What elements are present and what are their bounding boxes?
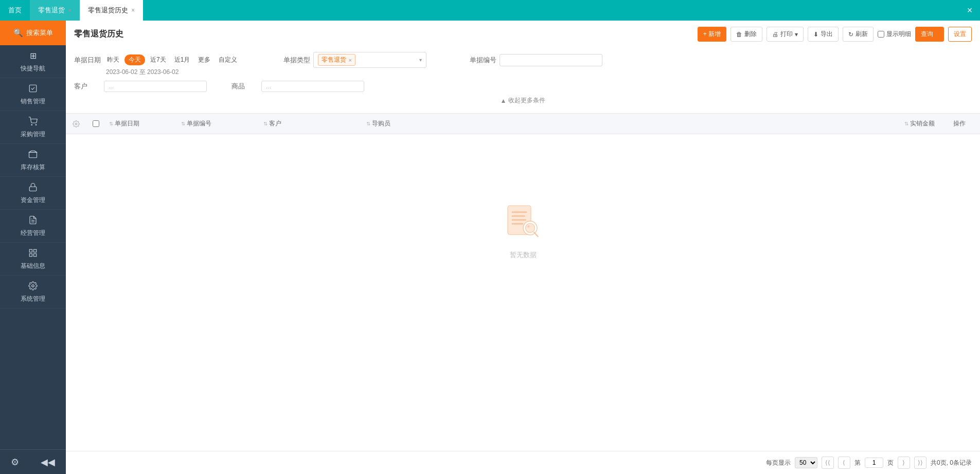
query-button[interactable]: 查询 bbox=[915, 27, 944, 42]
export-icon: ⬇ bbox=[813, 31, 818, 38]
inventory-icon bbox=[27, 149, 39, 160]
collapse-up-icon: ▲ bbox=[501, 97, 507, 104]
per-page-select[interactable]: 50 bbox=[795, 457, 817, 468]
collapse-more-button[interactable]: ▲ 收起更多条件 bbox=[74, 94, 972, 108]
doc-no-input[interactable] bbox=[500, 54, 602, 66]
select-all-checkbox[interactable] bbox=[93, 120, 99, 127]
quick-nav-icon: ⊞ bbox=[27, 50, 39, 61]
sidebar-search[interactable]: 🔍 搜索菜单 bbox=[0, 21, 66, 45]
sidebar-item-finance[interactable]: 资金管理 bbox=[0, 177, 66, 210]
sidebar-item-inventory-label: 库存核算 bbox=[21, 163, 45, 172]
goods-select[interactable]: ... bbox=[261, 81, 364, 92]
table-header: ⇅ 单据日期 ⇅ 单据编号 ⇅ 客户 ⇅ 导购员 ⇅ 实销金额 bbox=[66, 114, 980, 134]
date-btn-today[interactable]: 今天 bbox=[124, 54, 145, 65]
main-layout: 🔍 搜索菜单 ⊞ 快捷导航 销售管理 采购管理 bbox=[0, 21, 980, 474]
doc-type-tag-text: 零售退货 bbox=[322, 56, 346, 64]
svg-rect-17 bbox=[511, 223, 523, 225]
sidebar-item-operations[interactable]: 经营管理 bbox=[0, 210, 66, 243]
first-page-button[interactable]: ⟨⟨ bbox=[822, 457, 834, 469]
show-detail-checkbox[interactable]: 显示明细 bbox=[878, 30, 911, 39]
date-btn-7days[interactable]: 近7天 bbox=[147, 54, 169, 65]
window-close-button[interactable]: × bbox=[959, 0, 980, 21]
date-btn-custom[interactable]: 自定义 bbox=[216, 54, 240, 65]
tab-home[interactable]: 首页 bbox=[0, 0, 30, 21]
goods-filter: 商品 ... bbox=[231, 81, 364, 92]
th-checkbox[interactable] bbox=[86, 120, 105, 127]
settings-button[interactable]: 设置 bbox=[948, 27, 972, 42]
date-filter: 单据日期 昨天 今天 近7天 近1月 更多 自定义 bbox=[74, 54, 240, 65]
sort-icon-guide: ⇅ bbox=[366, 121, 370, 126]
refresh-button[interactable]: ↻ 刷新 bbox=[843, 27, 874, 42]
sidebar: 🔍 搜索菜单 ⊞ 快捷导航 销售管理 采购管理 bbox=[0, 21, 66, 474]
sort-icon-customer: ⇅ bbox=[263, 121, 268, 126]
toolbar: + 新增 🗑 删除 🖨 打印 ▾ ⬇ 导出 ↻ bbox=[698, 27, 972, 42]
svg-point-12 bbox=[75, 123, 77, 125]
content-area: 零售退货历史 + 新增 🗑 删除 🖨 打印 ▾ ⬇ 导出 bbox=[66, 21, 980, 474]
sidebar-search-label: 搜索菜单 bbox=[26, 28, 53, 38]
th-amount[interactable]: ⇅ 实销金额 bbox=[439, 119, 939, 128]
tab-retail-return-close[interactable]: × bbox=[68, 7, 72, 14]
page-input[interactable] bbox=[865, 458, 883, 468]
doc-type-tag-close[interactable]: × bbox=[348, 57, 351, 63]
tab-home-label: 首页 bbox=[8, 6, 22, 15]
date-range-text: 2023-06-02 至 2023-06-02 bbox=[106, 68, 179, 76]
export-button[interactable]: ⬇ 导出 bbox=[808, 27, 839, 42]
th-date[interactable]: ⇅ 单据日期 bbox=[105, 119, 177, 128]
th-order-no[interactable]: ⇅ 单据编号 bbox=[177, 119, 259, 128]
sort-icon-amount: ⇅ bbox=[904, 121, 908, 126]
tab-retail-return-history[interactable]: 零售退货历史 × bbox=[80, 0, 143, 21]
date-btn-yesterday[interactable]: 昨天 bbox=[104, 54, 122, 65]
next-page-button[interactable]: ⟩ bbox=[898, 457, 910, 469]
settings-bottom-icon[interactable]: ⚙ bbox=[11, 457, 19, 468]
svg-rect-0 bbox=[29, 85, 37, 92]
page-title: 零售退货历史 bbox=[74, 29, 123, 40]
customer-select[interactable]: ... bbox=[104, 81, 207, 92]
svg-point-19 bbox=[525, 224, 534, 233]
tab-retail-return-label: 零售退货 bbox=[38, 6, 65, 15]
page-suffix: 页 bbox=[887, 459, 894, 467]
tab-retail-return-history-close[interactable]: × bbox=[131, 7, 135, 14]
show-detail-input[interactable] bbox=[878, 31, 884, 38]
sort-icon-order-no: ⇅ bbox=[181, 121, 185, 126]
page-title-bar: 零售退货历史 + 新增 🗑 删除 🖨 打印 ▾ ⬇ 导出 bbox=[74, 27, 972, 42]
doc-no-label: 单据编号 bbox=[470, 56, 496, 65]
total-text: 共0页, 0条记录 bbox=[931, 459, 972, 467]
sort-icon-date: ⇅ bbox=[109, 121, 113, 126]
svg-rect-9 bbox=[34, 254, 37, 257]
print-button[interactable]: 🖨 打印 ▾ bbox=[767, 27, 804, 42]
table-container: ⇅ 单据日期 ⇅ 单据编号 ⇅ 客户 ⇅ 导购员 ⇅ 实销金额 bbox=[66, 114, 980, 474]
volume-icon[interactable]: ◀◀ bbox=[41, 457, 55, 468]
doc-type-select[interactable]: 零售退货 × ▾ bbox=[313, 52, 426, 68]
svg-rect-14 bbox=[511, 211, 527, 213]
sidebar-bottom: ⚙ ◀◀ bbox=[0, 449, 66, 474]
sidebar-item-inventory[interactable]: 库存核算 bbox=[0, 144, 66, 177]
th-action: 操作 bbox=[939, 119, 980, 128]
sidebar-item-purchase[interactable]: 采购管理 bbox=[0, 111, 66, 144]
date-btn-1month[interactable]: 近1月 bbox=[171, 54, 193, 65]
print-arrow-icon: ▾ bbox=[795, 31, 798, 38]
date-btn-more[interactable]: 更多 bbox=[195, 54, 213, 65]
tab-list: 首页 零售退货 × 零售退货历史 × bbox=[0, 0, 959, 21]
svg-line-21 bbox=[534, 232, 538, 236]
filter-area: 单据日期 昨天 今天 近7天 近1月 更多 自定义 单据类型 bbox=[74, 48, 972, 113]
sidebar-item-quick-nav-label: 快捷导航 bbox=[21, 64, 45, 73]
svg-rect-7 bbox=[29, 249, 32, 252]
print-icon: 🖨 bbox=[772, 31, 778, 38]
tab-retail-return[interactable]: 零售退货 × bbox=[30, 0, 80, 21]
goods-placeholder: ... bbox=[266, 83, 271, 90]
sidebar-item-finance-label: 资金管理 bbox=[21, 196, 45, 205]
th-customer[interactable]: ⇅ 客户 bbox=[259, 119, 362, 128]
th-guide[interactable]: ⇅ 导购员 bbox=[362, 119, 439, 128]
sidebar-item-basic-info[interactable]: 基础信息 bbox=[0, 243, 66, 276]
add-button[interactable]: + 新增 bbox=[698, 27, 726, 42]
delete-icon: 🗑 bbox=[736, 31, 742, 38]
svg-rect-8 bbox=[34, 249, 37, 252]
last-page-button[interactable]: ⟩⟩ bbox=[914, 457, 926, 469]
doc-type-label: 单据类型 bbox=[283, 56, 310, 65]
delete-button[interactable]: 🗑 删除 bbox=[730, 27, 762, 42]
sidebar-item-sales[interactable]: 销售管理 bbox=[0, 78, 66, 111]
th-settings[interactable] bbox=[66, 120, 86, 127]
sidebar-item-system[interactable]: 系统管理 bbox=[0, 276, 66, 308]
sidebar-item-quick-nav[interactable]: ⊞ 快捷导航 bbox=[0, 45, 66, 78]
prev-page-button[interactable]: ⟨ bbox=[838, 457, 850, 469]
